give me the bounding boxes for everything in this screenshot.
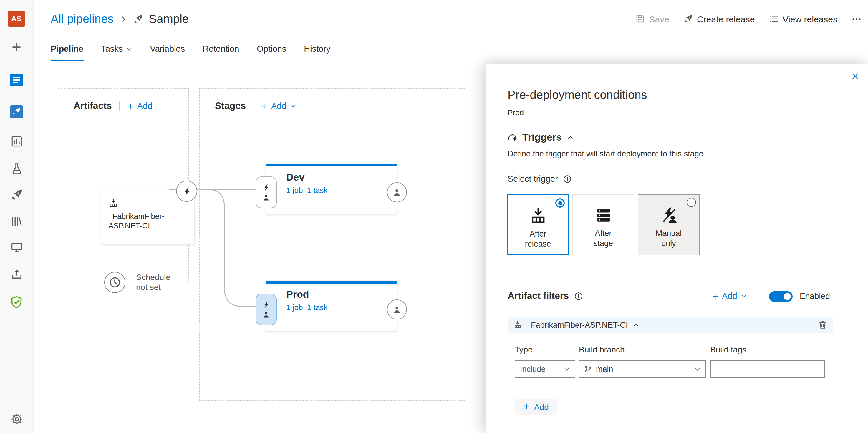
breadcrumb-all-pipelines[interactable]: All pipelines (51, 12, 113, 26)
type-dropdown[interactable]: Include (515, 360, 575, 378)
trigger-option-after-stage[interactable]: After stage (572, 194, 634, 255)
add-stage-button[interactable]: Add (260, 101, 297, 110)
add-artifact-button[interactable]: Add (127, 101, 153, 110)
select-trigger-label: Select trigger (507, 174, 558, 184)
clock-icon (104, 272, 125, 293)
post-deployment-conditions-button-dev[interactable] (387, 182, 407, 202)
library-icon[interactable] (5, 211, 28, 232)
artifact-filters-row: Artifact filters Add Enabled (507, 290, 833, 304)
app-root: AS All pipelines Sample Save Creat (0, 0, 868, 433)
releases-hub-icon[interactable] (5, 101, 28, 122)
schedule-trigger[interactable]: Schedule not set (104, 272, 170, 293)
pre-deployment-conditions-button-prod[interactable] (255, 294, 277, 325)
person-icon (393, 188, 401, 197)
info-icon[interactable] (574, 292, 583, 300)
trigger-option-after-release[interactable]: After release (507, 194, 569, 255)
plus-icon (711, 292, 719, 300)
boards-icon[interactable] (5, 69, 28, 91)
artifact-package-icon (108, 198, 118, 208)
stage-card-dev[interactable]: Dev 1 job, 1 task (266, 164, 397, 213)
build-branch-column-label: Build branch (579, 345, 625, 354)
info-icon[interactable] (563, 174, 572, 183)
pipelines-icon[interactable] (5, 184, 28, 205)
create-release-button[interactable]: Create release (683, 14, 755, 24)
tab-tasks[interactable]: Tasks (101, 38, 132, 61)
security-shield-icon[interactable] (5, 291, 28, 312)
build-branch-dropdown[interactable]: main (579, 360, 706, 378)
tab-pipeline[interactable]: Pipeline (51, 38, 83, 61)
breadcrumb: All pipelines Sample (51, 0, 189, 38)
chevron-up-icon (633, 322, 639, 328)
chevron-right-icon (119, 15, 127, 23)
tab-options[interactable]: Options (257, 38, 286, 61)
toggle-label: Enabled (800, 291, 830, 301)
artifact-filters-toggle[interactable] (769, 291, 793, 302)
person-icon (262, 311, 270, 318)
artifacts-panel: Artifacts Add _FabrikamFiber- ASP.NET-CI (58, 88, 189, 282)
more-actions-button[interactable] (851, 14, 862, 24)
tab-retention[interactable]: Retention (203, 38, 239, 61)
divider (119, 101, 120, 111)
add-filter-row-button[interactable]: Add (515, 399, 557, 415)
plus-icon (523, 403, 531, 411)
trigger-options: After release After stage Manual only (507, 194, 700, 255)
view-releases-button[interactable]: View releases (769, 14, 837, 24)
command-bar: Save Create release View releases (636, 0, 862, 38)
save-button[interactable]: Save (636, 14, 669, 24)
settings-gear-icon[interactable] (5, 408, 28, 430)
app-sidebar: AS (0, 0, 34, 433)
artifact-name-line1: _FabrikamFiber- (108, 212, 187, 221)
stages-title: Stages (215, 101, 246, 111)
schedule-line2: not set (136, 282, 170, 292)
continuous-deployment-trigger-badge[interactable] (176, 180, 197, 202)
post-deployment-conditions-button-prod[interactable] (387, 299, 407, 320)
add-artifact-filter-button[interactable]: Add (711, 291, 747, 301)
deployment-groups-icon[interactable] (5, 263, 28, 284)
build-tags-input[interactable] (710, 360, 825, 378)
tab-variables[interactable]: Variables (150, 38, 185, 61)
new-item-button[interactable] (5, 36, 28, 58)
ellipsis-icon (851, 14, 862, 24)
pipeline-tabs: Pipeline Tasks Variables Retention Optio… (51, 38, 331, 61)
after-stage-icon (595, 205, 612, 226)
release-pipeline-icon (133, 14, 143, 24)
save-icon (636, 14, 645, 24)
stage-jobs-link[interactable]: 1 job, 1 task (286, 186, 397, 195)
chevron-down-icon (289, 102, 297, 109)
close-icon (851, 72, 860, 80)
artifact-filter-header[interactable]: _FabrikamFiber-ASP.NET-CI (507, 317, 833, 333)
trigger-option-manual-only[interactable]: Manual only (638, 194, 700, 255)
list-icon (769, 14, 778, 24)
stage-card-prod[interactable]: Prod 1 job, 1 task (266, 280, 397, 331)
plus-icon (260, 102, 268, 110)
build-tags-column-label: Build tags (710, 345, 746, 354)
type-column-label: Type (515, 345, 533, 354)
person-icon (262, 194, 270, 201)
stage-name: Dev (286, 172, 397, 184)
dashboards-icon[interactable] (5, 131, 28, 152)
divider (253, 101, 253, 111)
artifacts-title: Artifacts (73, 101, 112, 111)
avatar-initials: AS (8, 10, 25, 27)
radio-selected (555, 198, 565, 208)
stage-jobs-link[interactable]: 1 job, 1 task (286, 303, 397, 312)
chevron-down-icon (563, 366, 570, 372)
triggers-description: Define the trigger that will start deplo… (507, 149, 704, 158)
delete-filter-button[interactable] (818, 320, 827, 329)
lightning-icon (182, 187, 191, 196)
task-groups-icon[interactable] (5, 236, 28, 258)
user-avatar[interactable]: AS (5, 8, 28, 29)
trigger-gauge-icon (507, 133, 518, 143)
panel-title: Pre-deployment conditions (507, 88, 647, 102)
collapse-chevron-up-icon[interactable] (566, 134, 574, 141)
close-panel-button[interactable] (851, 72, 860, 80)
test-plans-icon[interactable] (5, 158, 28, 179)
branch-icon (584, 365, 592, 373)
rocket-icon (683, 14, 693, 24)
stages-panel: Stages Add (199, 88, 465, 401)
tab-history[interactable]: History (304, 38, 330, 61)
artifact-card[interactable]: _FabrikamFiber- ASP.NET-CI (101, 191, 194, 243)
schedule-line1: Schedule (136, 272, 170, 282)
pre-deployment-conditions-button-dev[interactable] (255, 176, 277, 208)
panel-stage-name: Prod (507, 108, 524, 117)
